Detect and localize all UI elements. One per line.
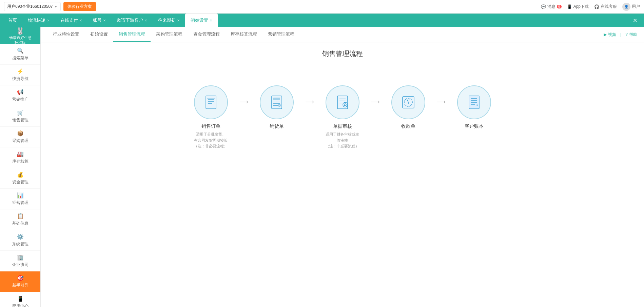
flow-label-review: 单据审核 [333, 123, 352, 129]
sales-icon: 🛒 [17, 109, 24, 116]
sidebar-label-inventory: 库存核算 [12, 159, 28, 164]
online-service-button[interactable]: 🎧 在线客服 [594, 4, 617, 9]
nav-tab-account-label: 账号 [93, 17, 102, 23]
sidebar-label-basic-info: 基础信息 [12, 221, 28, 226]
sidebar-label-app-center: 应用中心 [12, 303, 28, 307]
top-bar: 用户690企业1660120507 ▼ 体验行业方案 💬 消息 6 📱 App下… [0, 0, 644, 14]
nav-tab-account-close[interactable]: ✕ [103, 19, 106, 22]
quick-nav-icon: ⚡ [17, 68, 24, 75]
nav-tab-history-close[interactable]: ✕ [177, 19, 180, 22]
sidebar-item-finance[interactable]: 💰 资金管理 [0, 168, 40, 189]
sales-order-icon [202, 94, 219, 111]
sub-tab-marketing-flow-label: 营销管理流程 [268, 32, 294, 37]
sidebar-item-app-center[interactable]: 📱 应用中心 [0, 292, 40, 307]
divider: | [620, 32, 621, 37]
user-selector[interactable]: 用户690企业1660120507 ▼ [4, 2, 61, 11]
flow-item-customer-account: ¥ 客户账本 [447, 85, 501, 131]
sub-tab-initial[interactable]: 初始设置 [85, 27, 113, 42]
sidebar-item-marketing[interactable]: 📢 营销推广 [0, 85, 40, 106]
invoice-icon [268, 94, 285, 111]
trial-button[interactable]: 体验行业方案 [63, 2, 96, 11]
nav-tab-payment[interactable]: 在线支付 ✕ [55, 14, 87, 27]
top-bar-left: 用户690企业1660120507 ▼ 体验行业方案 [4, 2, 96, 11]
flow-item-sales-order: 销售订单 适用于分批发货、有合同发货周期较长（注：非必要流程） [184, 85, 238, 149]
sidebar-label-sales: 销售管理 [12, 117, 28, 123]
logo-line1: 畅康通好生意 [9, 35, 32, 40]
sub-tabs: 行业特性设置 初始设置 销售管理流程 采购管理流程 资金管理流程 库存核算流程 … [41, 27, 644, 42]
nav-tab-logistics-label: 物流快递 [28, 17, 45, 23]
system-icon: ⚙️ [17, 233, 24, 240]
sidebar-item-basic-info[interactable]: 📋 基础信息 [0, 209, 40, 230]
sidebar-item-purchase[interactable]: 📦 采购管理 [0, 127, 40, 147]
flow-circle-receipt[interactable]: ¥ [391, 85, 425, 119]
sidebar-item-search[interactable]: 🔍 搜索菜单 [0, 44, 40, 65]
sub-tab-marketing-flow[interactable]: 营销管理流程 [262, 27, 300, 42]
nav-tab-invite[interactable]: 邀请下游客户 ✕ [111, 14, 153, 27]
nav-tab-account[interactable]: 账号 ✕ [87, 14, 111, 27]
sub-tab-purchase-flow[interactable]: 采购管理流程 [151, 27, 188, 42]
video-label: 视频 [608, 32, 616, 38]
marketing-icon: 📢 [17, 89, 24, 95]
nav-tab-setup-close[interactable]: ✕ [210, 19, 212, 22]
nav-tab-home[interactable]: 首页 [3, 14, 22, 27]
help-action[interactable]: ? 帮助 [625, 32, 637, 38]
video-action[interactable]: ▶ 视频 [604, 32, 616, 38]
nav-tab-logistics[interactable]: 物流快递 ✕ [22, 14, 55, 27]
logo-icon: 🐰 [9, 27, 32, 35]
flow-circle-review[interactable] [326, 85, 359, 119]
help-icon: ? [625, 32, 628, 37]
nav-tab-setup[interactable]: 初始设置 ✕ [185, 14, 218, 27]
sidebar-item-operations[interactable]: 📊 经营管理 [0, 189, 40, 209]
sidebar-item-guide[interactable]: 🎯 新手引导 [0, 271, 40, 292]
sidebar-item-quick-nav[interactable]: ⚡ 快捷导航 [0, 65, 40, 85]
sidebar-label-system: 系统管理 [12, 241, 28, 247]
sidebar-item-system[interactable]: ⚙️ 系统管理 [0, 230, 40, 251]
sidebar-label-operations: 经营管理 [12, 200, 28, 206]
sub-tab-finance-flow[interactable]: 资金管理流程 [188, 27, 225, 42]
flow-item-receipt: ¥ 收款单 [381, 85, 435, 131]
messages-button[interactable]: 💬 消息 6 [541, 4, 562, 9]
sidebar-label-search: 搜索菜单 [12, 55, 28, 61]
sub-tab-actions: ▶ 视频 | ? 帮助 [604, 32, 637, 38]
sidebar-label-guide: 新手引导 [12, 283, 28, 288]
sidebar-label-finance: 资金管理 [12, 179, 28, 185]
sub-tab-inventory-flow[interactable]: 库存核算流程 [225, 27, 262, 42]
sub-tab-sales-flow-label: 销售管理流程 [119, 32, 145, 37]
sidebar-item-sales[interactable]: 🛒 销售管理 [0, 106, 40, 127]
sub-tab-sales-flow[interactable]: 销售管理流程 [113, 27, 151, 42]
nav-close-button[interactable]: ✕ [629, 17, 641, 24]
nav-tab-invite-close[interactable]: ✕ [144, 19, 147, 22]
flow-circle-sales-order[interactable] [194, 85, 228, 119]
user-avatar[interactable]: 👤 用户 [622, 3, 640, 11]
arrow-icon-4: ⟶ [437, 98, 446, 106]
app-download-button[interactable]: 📱 App下载 [567, 4, 589, 9]
svg-rect-21 [469, 96, 479, 109]
svg-rect-0 [206, 96, 216, 109]
flow-desc-sales-order: 适用于分批发货、有合同发货周期较长（注：非必要流程） [194, 131, 228, 149]
flow-label-invoice: 销货单 [270, 123, 284, 129]
content-area: 行业特性设置 初始设置 销售管理流程 采购管理流程 资金管理流程 库存核算流程 … [41, 27, 644, 307]
sub-tab-initial-label: 初始设置 [90, 32, 108, 37]
basic-info-icon: 📋 [17, 213, 24, 219]
nav-tab-home-label: 首页 [8, 17, 17, 23]
flow-arrow-1: ⟶ [239, 85, 248, 106]
sidebar-item-inventory[interactable]: 🏭 库存核算 [0, 147, 40, 168]
chevron-down-icon: ▼ [54, 5, 58, 8]
sidebar-label-enterprise: 企业协同 [12, 262, 28, 268]
flow-arrow-2: ⟶ [305, 85, 314, 106]
avatar: 👤 [622, 3, 630, 11]
sidebar-item-enterprise[interactable]: 🏢 企业协同 [0, 251, 40, 271]
flow-desc-review: 适用于财务审核或主管审核（注：非必要流程） [326, 131, 359, 149]
enterprise-icon: 🏢 [17, 254, 24, 261]
help-label: 帮助 [629, 32, 637, 38]
sidebar: 🐰 畅康通好生意 标准版 🔍 搜索菜单 ⚡ 快捷导航 📢 营销推广 🛒 销售管理… [0, 27, 41, 307]
flow-circle-invoice[interactable] [260, 85, 294, 119]
nav-tab-payment-close[interactable]: ✕ [79, 19, 82, 22]
message-icon: 💬 [541, 4, 546, 9]
sub-tab-industry[interactable]: 行业特性设置 [47, 27, 85, 42]
nav-tab-history[interactable]: 往来期初 ✕ [153, 14, 185, 27]
flow-circle-customer-account[interactable]: ¥ [457, 85, 491, 119]
nav-tab-logistics-close[interactable]: ✕ [47, 19, 50, 22]
arrow-icon-1: ⟶ [239, 98, 248, 106]
nav-tabs: 首页 物流快递 ✕ 在线支付 ✕ 账号 ✕ 邀请下游客户 ✕ 往来期初 ✕ 初始… [0, 14, 644, 27]
